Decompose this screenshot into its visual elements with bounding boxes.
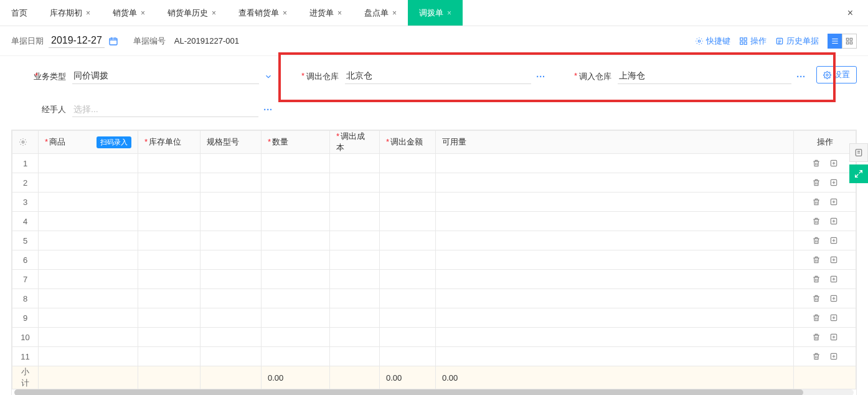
floating-tools (849, 143, 868, 186)
svg-point-11 (826, 74, 828, 75)
svg-rect-2 (740, 37, 743, 40)
document-header: 单据日期 2019-12-27 单据编号 AL-20191227-001 快捷键… (0, 26, 868, 56)
close-all-icon[interactable]: × (839, 7, 862, 19)
table-row[interactable]: 1 (12, 154, 856, 173)
add-icon[interactable] (829, 352, 838, 361)
close-icon[interactable]: × (212, 9, 216, 17)
view-grid-button[interactable] (842, 34, 857, 49)
handler-input[interactable] (72, 102, 258, 117)
operate-link[interactable]: 操作 (739, 36, 767, 47)
delete-icon[interactable] (812, 352, 821, 361)
row-number: 7 (12, 270, 39, 289)
table-row[interactable]: 2 (12, 173, 856, 193)
calendar-icon[interactable] (108, 36, 118, 46)
tab-4[interactable]: 查看销货单× (227, 0, 298, 26)
shortcut-link[interactable]: 快捷键 (695, 36, 730, 47)
scan-badge[interactable]: 扫码录入 (97, 136, 131, 148)
add-icon[interactable] (829, 333, 838, 341)
date-value[interactable]: 2019-12-27 (49, 34, 105, 48)
subtotal-amount: 0.00 (380, 366, 436, 389)
tab-1[interactable]: 库存期初× (39, 0, 101, 26)
more-icon[interactable]: ··· (263, 105, 273, 115)
close-icon[interactable]: × (447, 9, 451, 17)
delete-icon[interactable] (812, 159, 821, 168)
table-row[interactable]: 3 (12, 193, 856, 212)
add-icon[interactable] (829, 313, 838, 322)
add-icon[interactable] (829, 294, 838, 303)
table-row[interactable]: 10 (12, 328, 856, 347)
biz-type-input[interactable] (72, 69, 259, 84)
tab-6[interactable]: 盘点单× (353, 0, 408, 26)
svg-rect-10 (850, 42, 852, 44)
col-available: 可用量 (436, 131, 794, 154)
close-icon[interactable]: × (141, 9, 145, 17)
svg-rect-4 (740, 42, 743, 44)
table-row[interactable]: 11 (12, 347, 856, 366)
add-icon[interactable] (829, 217, 838, 226)
horizontal-scrollbar[interactable] (14, 389, 854, 395)
close-icon[interactable]: × (337, 9, 342, 17)
handler-row: 经手人 ··· (11, 102, 273, 117)
table-row[interactable]: 6 (12, 250, 856, 270)
add-icon[interactable] (829, 275, 838, 283)
col-product: *商品扫码录入 (39, 131, 138, 154)
add-icon[interactable] (829, 255, 838, 264)
table-row[interactable]: 9 (12, 308, 856, 328)
tab-0[interactable]: 首页 (0, 0, 39, 26)
tab-3[interactable]: 销货单历史× (156, 0, 227, 26)
tab-7[interactable]: 调拨单× (408, 0, 463, 26)
close-icon[interactable]: × (283, 9, 287, 17)
add-icon[interactable] (829, 178, 838, 187)
more-icon[interactable]: ··· (536, 72, 545, 82)
delete-icon[interactable] (812, 255, 821, 264)
svg-rect-3 (744, 37, 747, 40)
close-icon[interactable]: × (86, 9, 90, 17)
col-operate: 操作 (794, 131, 856, 154)
tab-2[interactable]: 销货单× (101, 0, 156, 26)
row-number: 4 (12, 212, 39, 231)
tab-5[interactable]: 进货单× (298, 0, 353, 26)
svg-rect-8 (850, 38, 852, 40)
delete-icon[interactable] (812, 294, 821, 303)
tab-label: 进货单 (309, 7, 334, 19)
delete-icon[interactable] (812, 236, 821, 245)
doc-no-value: AL-20191227-001 (174, 36, 239, 45)
gear-header[interactable] (12, 131, 39, 154)
table-row[interactable]: 8 (12, 289, 856, 308)
chevron-down-icon[interactable] (264, 72, 273, 81)
svg-rect-7 (846, 38, 849, 40)
setting-button[interactable]: 设置 (816, 66, 857, 83)
delete-icon[interactable] (812, 217, 821, 226)
handler-label: 经手人 (11, 104, 72, 115)
more-icon[interactable]: ··· (796, 72, 806, 82)
biz-type-label: 业务类型 (11, 71, 72, 82)
row-number: 11 (12, 347, 39, 366)
expand-button[interactable] (849, 164, 868, 183)
row-number: 9 (12, 308, 39, 328)
col-unit: *库存单位 (138, 131, 200, 154)
table-row[interactable]: 5 (12, 231, 856, 250)
table-row[interactable]: 7 (12, 270, 856, 289)
history-link[interactable]: 历史单据 (775, 36, 819, 47)
tab-label: 盘点单 (364, 7, 389, 19)
add-icon[interactable] (829, 198, 838, 206)
svg-rect-0 (110, 38, 117, 45)
in-warehouse-input[interactable] (618, 69, 791, 84)
form-area: 业务类型 经手人 ··· 调出仓库 ··· 调入仓库 ··· 设置 (0, 56, 868, 122)
delete-icon[interactable] (812, 333, 821, 341)
add-icon[interactable] (829, 236, 838, 245)
out-warehouse-input[interactable] (345, 69, 531, 84)
delete-icon[interactable] (812, 198, 821, 206)
table-row[interactable]: 4 (12, 212, 856, 231)
delete-icon[interactable] (812, 178, 821, 187)
tab-label: 销货单 (113, 7, 137, 19)
col-amount: *调出金额 (380, 131, 436, 154)
close-icon[interactable]: × (392, 9, 397, 17)
row-number: 8 (12, 289, 39, 308)
note-button[interactable] (849, 143, 868, 162)
add-icon[interactable] (829, 159, 838, 168)
view-list-button[interactable] (828, 34, 842, 49)
delete-icon[interactable] (812, 275, 821, 283)
in-warehouse-row: 调入仓库 ··· (557, 69, 806, 84)
delete-icon[interactable] (812, 313, 821, 322)
